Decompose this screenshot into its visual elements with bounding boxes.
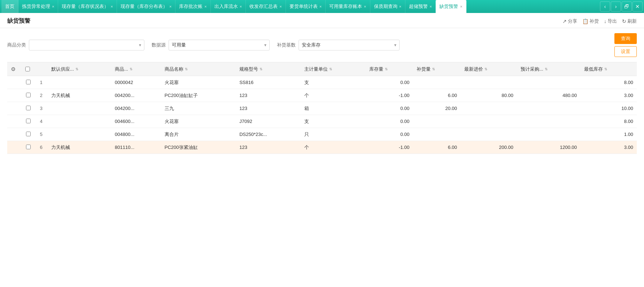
row-price-0 xyxy=(461,76,517,89)
row-min-4: 1.00 xyxy=(580,128,637,141)
row-name-1: PC200油缸缸子 xyxy=(161,89,236,102)
row-min-1: 3.00 xyxy=(580,89,637,102)
row-supplier-0 xyxy=(48,76,111,89)
close-tab-exception-icon[interactable]: × xyxy=(52,4,54,9)
row-price-2 xyxy=(461,102,517,115)
row-supplier-3 xyxy=(48,115,111,128)
close-tab-available-ledger-icon[interactable]: × xyxy=(364,4,366,9)
nav-tab-expiry-query[interactable]: 保质期查询 × xyxy=(370,0,405,13)
close-tab-batch-account-icon[interactable]: × xyxy=(204,4,206,9)
col-spec: 规格型号 ⇅ xyxy=(236,62,300,76)
row-replenish-4 xyxy=(413,128,461,141)
row-checkbox-4[interactable] xyxy=(26,132,31,136)
close-tab-inventory-status-icon[interactable]: × xyxy=(110,4,113,9)
share-action[interactable]: ↗ 分享 xyxy=(562,18,577,25)
sort-spec-icon[interactable]: ⇅ xyxy=(260,67,262,71)
sort-price-icon[interactable]: ⇅ xyxy=(484,67,487,71)
row-spec-2: 123 xyxy=(236,102,300,115)
row-supplier-5: 力天机械 xyxy=(48,141,111,154)
datasource-select[interactable]: 可用量 ▾ xyxy=(169,40,270,50)
row-replenish-0 xyxy=(413,76,461,89)
replenish-action[interactable]: 📋 补货 xyxy=(582,18,599,25)
nav-tab-exception[interactable]: 拣货异常处理 × xyxy=(18,0,58,13)
row-min-5: 3.00 xyxy=(580,141,637,154)
replenish-label: 补货基数 xyxy=(277,42,296,48)
nav-tab-available-ledger[interactable]: 可用量库存账本 × xyxy=(326,0,370,13)
row-checkbox-0[interactable] xyxy=(26,80,31,84)
nav-controls: ‹ › 🗗 ✕ xyxy=(600,1,643,12)
refresh-label: 刷新 xyxy=(627,18,637,25)
nav-tab-inout-flow[interactable]: 出入库流水 × xyxy=(211,0,246,13)
close-tab-receive-summary-icon[interactable]: × xyxy=(279,4,282,9)
row-checkbox-3[interactable] xyxy=(26,119,31,123)
col-est-purchase: 预计采购... ⇅ xyxy=(517,62,580,76)
close-tab-inventory-dist-icon[interactable]: × xyxy=(169,4,171,9)
row-spec-5: 123 xyxy=(236,141,300,154)
nav-close-btn[interactable]: ✕ xyxy=(632,1,643,12)
nav-tab-shortage[interactable]: 缺货预警 × xyxy=(436,0,466,13)
close-tab-demand-stats-icon[interactable]: × xyxy=(319,4,322,9)
sort-name-icon[interactable]: ⇅ xyxy=(185,67,188,71)
nav-tab-inventory-dist[interactable]: 现存量（库存分布表） × xyxy=(117,0,175,13)
close-tab-expiry-query-icon[interactable]: × xyxy=(399,4,401,9)
col-latest-price-label: 最新进价 xyxy=(464,66,483,72)
row-replenish-1: 6.00 xyxy=(413,89,461,102)
sort-est-icon[interactable]: ⇅ xyxy=(545,67,548,71)
select-all-checkbox[interactable] xyxy=(25,67,30,71)
table-body: 1 0000042 火花塞 SS816 支 0.00 8.00 2 力天机械 0… xyxy=(7,76,637,154)
col-stock-qty-label: 库存量 xyxy=(369,66,383,72)
share-icon: ↗ xyxy=(562,18,567,24)
settings-button[interactable]: 设置 xyxy=(614,46,637,57)
row-unit-4: 只 xyxy=(301,128,366,141)
replenish-select[interactable]: 安全库存 ▾ xyxy=(299,40,400,50)
col-est-purchase-label: 预计采购... xyxy=(521,66,543,72)
nav-tab-receive-summary[interactable]: 收发存汇总表 × xyxy=(246,0,286,13)
replenish-chevron-icon: ▾ xyxy=(394,43,396,48)
row-spec-1: 123 xyxy=(236,89,300,102)
sort-replenish-icon[interactable]: ⇅ xyxy=(432,67,435,71)
refresh-action[interactable]: ↻ 刷新 xyxy=(622,18,637,25)
col-min-stock-label: 最低库存 xyxy=(584,66,603,72)
row-replenish-3 xyxy=(413,115,461,128)
col-latest-price: 最新进价 ⇅ xyxy=(461,62,517,76)
row-checkbox-5[interactable] xyxy=(26,145,31,149)
sort-unit-icon[interactable]: ⇅ xyxy=(329,67,332,71)
col-product-name: 商品名称 ⇅ xyxy=(161,62,236,76)
close-tab-shortage-icon[interactable]: × xyxy=(460,4,462,9)
nav-tab-demand-stats[interactable]: 要货单统计表 × xyxy=(286,0,326,13)
page-content: 缺货预警 ↗ 分享 📋 补货 ↓ 导出 ↻ 刷新 商品分类 xyxy=(0,13,644,287)
row-supplier-2 xyxy=(48,102,111,115)
row-code-2: 004200... xyxy=(111,102,161,115)
nav-next-btn[interactable]: › xyxy=(611,1,621,12)
nav-prev-btn[interactable]: ‹ xyxy=(600,1,610,12)
row-est-5: 1200.00 xyxy=(517,141,580,154)
nav-tab-batch-account[interactable]: 库存批次账 × xyxy=(175,0,210,13)
sort-min-icon[interactable]: ⇅ xyxy=(604,67,607,71)
nav-tab-overstock[interactable]: 超储预警 × xyxy=(405,0,436,13)
datasource-value: 可用量 xyxy=(172,42,261,48)
category-select[interactable]: ▾ xyxy=(29,40,144,50)
row-price-1: 80.00 xyxy=(461,89,517,102)
row-checkbox-2[interactable] xyxy=(26,106,31,110)
sort-supplier-icon[interactable]: ⇅ xyxy=(75,67,78,71)
close-tab-inout-flow-icon[interactable]: × xyxy=(240,4,242,9)
export-action[interactable]: ↓ 导出 xyxy=(604,18,617,25)
row-checkbox-cell-4 xyxy=(22,128,35,141)
close-tab-overstock-icon[interactable]: × xyxy=(430,4,432,9)
nav-restore-btn[interactable]: 🗗 xyxy=(622,1,632,12)
row-checkbox-1[interactable] xyxy=(26,93,31,97)
datasource-filter-group: 数据源 可用量 ▾ xyxy=(152,40,270,50)
row-code-4: 004800... xyxy=(111,128,161,141)
row-code-0: 0000042 xyxy=(111,76,161,89)
nav-tab-home[interactable]: 首页 xyxy=(1,0,18,13)
row-name-0: 火花塞 xyxy=(161,76,236,89)
gear-settings-icon[interactable]: ⚙ xyxy=(11,66,16,72)
col-checkbox xyxy=(22,62,35,76)
sort-stock-icon[interactable]: ⇅ xyxy=(385,67,388,71)
sort-code-icon[interactable]: ⇅ xyxy=(130,67,132,71)
row-est-3 xyxy=(517,115,580,128)
nav-tab-inventory-status[interactable]: 现存量（库存状况表） × xyxy=(58,0,117,13)
query-button[interactable]: 查询 xyxy=(614,33,637,44)
row-min-2: 10.00 xyxy=(580,102,637,115)
col-replenish-qty: 补货量 ⇅ xyxy=(413,62,461,76)
